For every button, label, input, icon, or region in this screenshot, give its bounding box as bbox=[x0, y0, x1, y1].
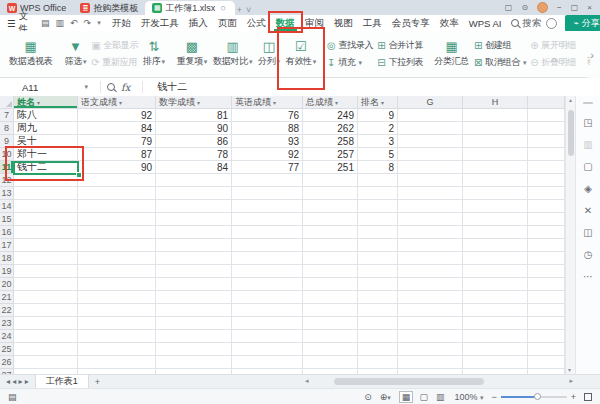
menu-item-7[interactable]: 审阅 bbox=[300, 15, 329, 31]
cloud-icon[interactable] bbox=[546, 18, 557, 29]
data-compare-button[interactable]: ▥ 数据对比▾ bbox=[210, 31, 255, 77]
cell[interactable] bbox=[463, 200, 528, 213]
cell[interactable]: 81 bbox=[156, 109, 232, 122]
cell[interactable]: 257 bbox=[303, 148, 358, 161]
cell[interactable] bbox=[232, 265, 303, 278]
cell[interactable]: 251 bbox=[303, 161, 358, 174]
save-icon[interactable]: ▤ bbox=[41, 18, 50, 28]
cell[interactable] bbox=[232, 174, 303, 187]
new-tab-button[interactable]: + bbox=[237, 5, 242, 15]
cell[interactable] bbox=[14, 265, 78, 278]
menu-item-10[interactable]: 会员专享 bbox=[387, 15, 435, 31]
cell[interactable] bbox=[78, 200, 156, 213]
cell[interactable] bbox=[14, 252, 78, 265]
row-header-19[interactable]: 19 bbox=[0, 265, 14, 278]
cell[interactable] bbox=[232, 304, 303, 317]
row-header-8[interactable]: 8 bbox=[0, 122, 14, 135]
cell[interactable] bbox=[232, 291, 303, 304]
menu-item-5[interactable]: 公式 bbox=[242, 15, 271, 31]
cell[interactable] bbox=[232, 213, 303, 226]
page-layout-view-button[interactable]: ▢ bbox=[417, 392, 430, 402]
cell[interactable] bbox=[156, 291, 232, 304]
cell[interactable] bbox=[14, 291, 78, 304]
cell[interactable]: 2 bbox=[358, 122, 398, 135]
undo-icon[interactable]: ↶ bbox=[70, 18, 78, 28]
cell[interactable] bbox=[528, 122, 565, 135]
cell[interactable] bbox=[398, 122, 463, 135]
cell[interactable] bbox=[156, 174, 232, 187]
cell[interactable] bbox=[358, 239, 398, 252]
cell[interactable] bbox=[528, 330, 565, 343]
horizontal-scroll-thumb[interactable] bbox=[334, 378, 484, 385]
tab-workbook[interactable]: ▦ 工作簿1.xlsx ○ bbox=[145, 1, 234, 15]
minimize-button[interactable]: − bbox=[557, 3, 562, 12]
cell[interactable] bbox=[78, 187, 156, 200]
menu-item-1[interactable]: 开始 bbox=[107, 15, 136, 31]
cell[interactable] bbox=[398, 291, 463, 304]
row-header-21[interactable]: 21 bbox=[0, 291, 14, 304]
cell[interactable] bbox=[14, 330, 78, 343]
cell[interactable] bbox=[358, 252, 398, 265]
menu-item-12[interactable]: WPS AI bbox=[464, 15, 507, 31]
row-header-20[interactable]: 20 bbox=[0, 278, 14, 291]
close-button[interactable]: × bbox=[587, 3, 592, 12]
cell[interactable] bbox=[398, 278, 463, 291]
column-header-排名[interactable]: 排名▾ bbox=[358, 96, 398, 109]
cell[interactable] bbox=[358, 200, 398, 213]
cell[interactable] bbox=[156, 252, 232, 265]
row-header-23[interactable]: 23 bbox=[0, 317, 14, 330]
zoom-out-icon[interactable]: − bbox=[491, 392, 496, 402]
cell[interactable] bbox=[398, 356, 463, 369]
cell[interactable] bbox=[358, 226, 398, 239]
cell[interactable]: 258 bbox=[303, 135, 358, 148]
filter-dropdown-icon[interactable]: ▾ bbox=[273, 99, 276, 106]
cell[interactable] bbox=[303, 278, 358, 291]
zoom-level[interactable]: 100% ▾ bbox=[454, 392, 483, 402]
cell[interactable]: 90 bbox=[78, 161, 156, 174]
formula-input[interactable]: 钱十二 bbox=[157, 80, 187, 94]
cell[interactable] bbox=[398, 161, 463, 174]
cell[interactable]: 93 bbox=[232, 135, 303, 148]
cell[interactable] bbox=[398, 200, 463, 213]
cell[interactable] bbox=[78, 304, 156, 317]
scroll-right-icon[interactable]: ▸ bbox=[569, 377, 573, 385]
cell[interactable] bbox=[78, 278, 156, 291]
cell[interactable] bbox=[156, 213, 232, 226]
cell[interactable] bbox=[303, 226, 358, 239]
menu-item-2[interactable]: 开发工具 bbox=[136, 15, 184, 31]
cell[interactable] bbox=[398, 135, 463, 148]
cell[interactable] bbox=[303, 187, 358, 200]
cell[interactable] bbox=[232, 252, 303, 265]
row-header-7[interactable]: 7 bbox=[0, 109, 14, 122]
cell[interactable] bbox=[528, 135, 565, 148]
cell[interactable] bbox=[463, 330, 528, 343]
menu-item-4[interactable]: 页面 bbox=[213, 15, 242, 31]
cell[interactable] bbox=[528, 265, 565, 278]
cell[interactable]: 79 bbox=[78, 135, 156, 148]
filter-dropdown-icon[interactable]: ▾ bbox=[381, 99, 384, 106]
menu-item-3[interactable]: 插入 bbox=[184, 15, 213, 31]
sheet-tab-active[interactable]: 工作表1 bbox=[35, 375, 89, 389]
cell[interactable] bbox=[398, 148, 463, 161]
theme-icon[interactable]: ⊙ bbox=[521, 3, 528, 12]
cell[interactable] bbox=[14, 239, 78, 252]
quickbar-dropdown-icon[interactable]: ▾ bbox=[97, 19, 101, 27]
duplicates-button[interactable]: ▩ 重复项▾ bbox=[174, 31, 210, 77]
menu-item-11[interactable]: 效率 bbox=[435, 15, 464, 31]
row-header-16[interactable]: 16 bbox=[0, 226, 14, 239]
element-library-icon[interactable]: ◳ bbox=[583, 117, 592, 128]
filter-button[interactable]: ▼ 筛选▾ bbox=[62, 31, 90, 77]
fill-button[interactable]: ↧ 填充▾ bbox=[327, 56, 373, 69]
scroll-up-icon[interactable]: ▴ bbox=[569, 97, 572, 103]
cell[interactable] bbox=[14, 226, 78, 239]
cell[interactable] bbox=[463, 239, 528, 252]
cell[interactable] bbox=[232, 317, 303, 330]
cell[interactable] bbox=[232, 343, 303, 356]
cell[interactable] bbox=[528, 174, 565, 187]
column-header-语文成绩[interactable]: 语文成绩▾ bbox=[78, 96, 156, 109]
cell[interactable] bbox=[156, 200, 232, 213]
cell[interactable] bbox=[78, 226, 156, 239]
cell[interactable]: 92 bbox=[78, 109, 156, 122]
smart-tools-icon[interactable]: ✕ bbox=[584, 205, 592, 216]
column-header-H[interactable]: H bbox=[463, 96, 528, 109]
